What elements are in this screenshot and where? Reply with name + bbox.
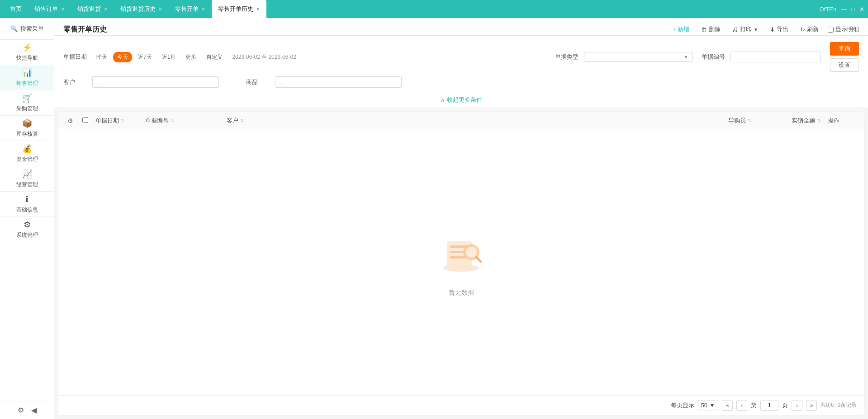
page-label: 页 [782,401,788,410]
select-all-checkbox[interactable] [78,117,92,124]
sidebar-search[interactable]: 🔍 搜索采单 [0,18,54,40]
delete-icon: 🗑 [701,26,707,33]
sidebar-search-label: 搜索采单 [20,25,44,33]
filter-row-1: 单据日期 昨天 今天 近7天 近1月 更多 自定义 2023-06-02 至 2… [63,42,859,72]
tab-retail-order[interactable]: 零售开单 ✕ [169,0,212,18]
sidebar-item-label: 资金管理 [16,155,38,163]
sidebar-item-sales[interactable]: 📊 销售管理 [0,65,54,90]
goods-select[interactable]: ... [275,76,402,88]
tab-close-icon[interactable]: ✕ [256,6,260,12]
date-btn-1month[interactable]: 近1月 [158,52,180,62]
sidebar-item-basic-info[interactable]: ℹ 基础信息 [0,192,54,217]
filter-settings-button[interactable]: 设置 [830,58,859,72]
tab-close-icon[interactable]: ✕ [61,6,65,12]
operations-icon: 📈 [22,169,32,179]
filter-row-2: 客户 ... 商品 ... [63,76,859,89]
tab-sales-return-history[interactable]: 销货退货历史 ✕ [114,0,169,18]
tab-close-icon[interactable]: ✕ [201,6,205,12]
window-minimize[interactable]: — [841,6,847,13]
th-no[interactable]: 单据编号 ⇅ [142,117,223,125]
add-button[interactable]: + 新增 [670,24,692,35]
page-total-text: 共0页, 0条记录 [821,401,857,409]
sidebar-bottom: ⚙ ◀ [0,401,54,419]
customer-label: 客户 [63,78,89,86]
th-action: 操作 [824,117,860,125]
customer-dots: ... [96,79,101,85]
svg-rect-4 [450,256,466,259]
refresh-button[interactable]: ↻ 刷新 [797,24,821,35]
sidebar-item-quick-nav[interactable]: ⚡ 快捷导航 [0,40,54,65]
sidebar-item-finance[interactable]: 💰 资金管理 [0,141,54,166]
export-button[interactable]: ⬇ 导出 [767,24,791,35]
date-range-text: 2023-06-02 至 2023-06-02 [232,53,296,61]
customer-select[interactable]: ... [92,76,219,88]
date-label: 单据日期 [63,53,89,61]
date-btn-yesterday[interactable]: 昨天 [92,52,111,62]
sidebar-item-system[interactable]: ⚙ 系统管理 [0,217,54,242]
collapse-sidebar-icon[interactable]: ◀ [31,406,37,414]
per-page-label: 每页显示 [671,401,694,410]
page-title: 零售开单历史 [63,25,107,34]
table-header: ⚙ 单据日期 ⇅ 单据编号 ⇅ 客户 ⇅ 导购员 ⇅ [58,112,864,129]
th-date[interactable]: 单据日期 ⇅ [92,117,142,125]
finance-icon: 💰 [22,144,32,154]
select-all-input[interactable] [82,117,88,123]
sidebar-item-label: 经营管理 [16,181,38,188]
svg-point-6 [466,247,477,258]
page-number-input[interactable] [760,400,778,411]
sidebar-item-label: 销售管理 [16,80,38,87]
empty-state: 暂无数据 [58,129,864,395]
th-amount[interactable]: 实销金额 ⇅ [770,117,824,125]
table-area: ⚙ 单据日期 ⇅ 单据编号 ⇅ 客户 ⇅ 导购员 ⇅ [58,112,864,415]
tab-close-icon[interactable]: ✕ [158,6,162,12]
tab-sales-return[interactable]: 销货退货 ✕ [71,0,114,18]
sort-icon: ⇅ [240,118,244,123]
date-btn-more[interactable]: 更多 [181,52,200,62]
print-button[interactable]: 🖨 打印 ▼ [730,24,761,35]
no-input[interactable] [730,52,821,62]
query-button[interactable]: 查询 [830,42,859,56]
date-buttons: 昨天 今天 近7天 近1月 更多 自定义 [92,52,227,62]
prev-page-button[interactable]: ‹ [736,400,747,411]
basic-info-icon: ℹ [25,194,28,204]
next-page-button[interactable]: › [792,400,802,411]
tab-sales-order[interactable]: 销售订单 ✕ [28,0,71,18]
top-bar-brand: OfTEn [820,6,837,13]
filter-area: 单据日期 昨天 今天 近7天 近1月 更多 自定义 2023-06-02 至 2… [54,36,868,108]
tab-retail-history[interactable]: 零售开单历史 ✕ [212,0,266,18]
column-settings-icon[interactable]: ⚙ [62,117,78,124]
tab-home[interactable]: 首页 [4,0,28,18]
th-guide[interactable]: 导购员 ⇅ [725,117,770,125]
window-close[interactable]: ✕ [859,6,864,13]
system-icon: ⚙ [24,220,31,230]
sidebar-item-purchase[interactable]: 🛒 采购管理 [0,90,54,116]
sidebar-item-operations[interactable]: 📈 经营管理 [0,166,54,192]
type-select[interactable]: ▼ [584,52,693,62]
no-label: 单据编号 [702,53,727,61]
page-header: 零售开单历史 + 新增 🗑 删除 🖨 打印 ▼ ⬇ 导出 [54,18,868,36]
date-btn-7days[interactable]: 近7天 [134,52,156,62]
sidebar-item-inventory[interactable]: 📦 库存核算 [0,116,54,141]
tab-close-icon[interactable]: ✕ [104,6,108,12]
search-icon: 🔍 [10,25,18,32]
date-filter: 单据日期 昨天 今天 近7天 近1月 更多 自定义 2023-06-02 至 2… [63,52,296,62]
settings-icon[interactable]: ⚙ [18,406,24,414]
sort-icon: ⇅ [121,118,124,123]
sidebar: 🔍 搜索采单 ⚡ 快捷导航 📊 销售管理 🛒 采购管理 📦 库存核算 💰 资金管… [0,18,54,419]
pagination: 每页显示 50 ▼ « ‹ 第 页 › » 共0页, 0条记录 [58,395,864,415]
collapse-up-icon: ∧ [441,97,445,104]
window-maximize[interactable]: □ [851,6,855,13]
th-customer[interactable]: 客户 ⇅ [223,117,725,125]
date-btn-custom[interactable]: 自定义 [202,52,227,62]
top-bar-right: OfTEn — □ ✕ [820,6,864,13]
display-detail-checkbox[interactable]: 显示明细 [828,25,859,33]
last-page-button[interactable]: » [806,400,817,411]
sidebar-item-label: 采购管理 [16,105,38,113]
per-page-select[interactable]: 50 ▼ [698,400,718,410]
delete-button[interactable]: 🗑 删除 [698,24,723,35]
collapse-filter-button[interactable]: ∧ 收起更多条件 [63,94,859,104]
date-btn-today[interactable]: 今天 [113,52,132,62]
display-detail-input[interactable] [828,27,834,33]
first-page-button[interactable]: « [722,400,733,411]
per-page-chevron-icon: ▼ [709,402,715,409]
